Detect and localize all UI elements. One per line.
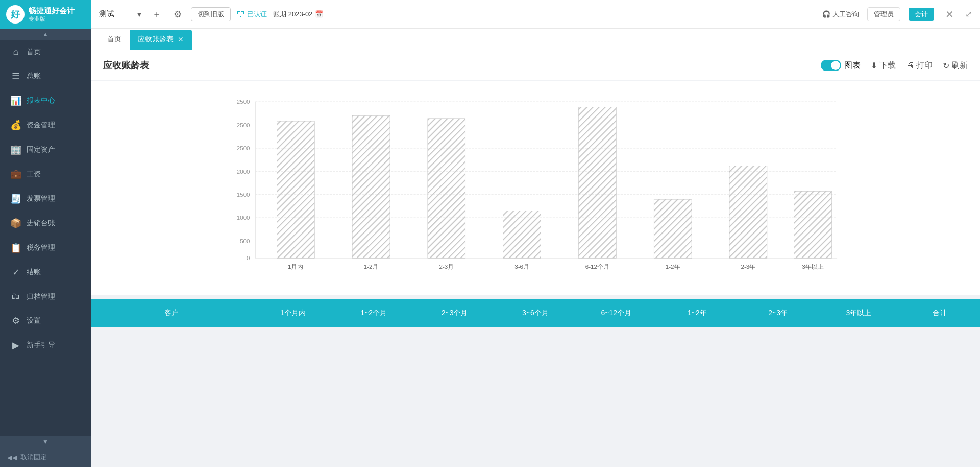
- headset-icon: 🎧: [822, 10, 830, 18]
- sidebar-item-reports[interactable]: 📊 报表中心: [0, 88, 91, 113]
- tab-aging-label: 应收账龄表: [138, 35, 174, 44]
- svg-text:1月内: 1月内: [288, 263, 303, 270]
- th-3year-plus: 3年以上: [818, 299, 899, 327]
- refresh-icon: ↻: [943, 61, 949, 71]
- sidebar-scroll-up[interactable]: ▲: [0, 29, 91, 40]
- bar-1-2-yue: [352, 116, 390, 259]
- sidebar-item-archive[interactable]: 🗂 归档管理: [0, 285, 91, 309]
- svg-text:2500: 2500: [237, 98, 250, 105]
- sidebar-scroll-down[interactable]: ▼: [0, 436, 91, 448]
- sidebar-item-ledger[interactable]: ☰ 总账: [0, 64, 91, 88]
- sidebar-item-label-reports: 报表中心: [27, 96, 55, 105]
- th-2-3month: 2~3个月: [414, 299, 495, 327]
- chart-toggle-container: 图表: [821, 60, 861, 71]
- sidebar-item-tax[interactable]: 📋 税务管理: [0, 236, 91, 260]
- svg-text:1000: 1000: [237, 214, 250, 221]
- tabs-bar: 首页 应收账龄表 ✕: [91, 29, 980, 51]
- svg-text:0: 0: [247, 254, 250, 261]
- svg-text:2-3月: 2-3月: [439, 263, 454, 270]
- toggle-label: 图表: [844, 60, 861, 71]
- th-customer: 客户: [91, 299, 253, 327]
- svg-text:1-2月: 1-2月: [364, 263, 379, 270]
- chart-toggle[interactable]: [821, 60, 841, 71]
- bar-3-6-yue: [503, 211, 541, 258]
- sidebar-item-label-tax: 税务管理: [27, 243, 55, 252]
- sidebar-item-funds[interactable]: 💰 资金管理: [0, 113, 91, 137]
- th-1-2year: 1~2年: [657, 299, 738, 327]
- period-value: 2023-02: [288, 10, 313, 18]
- manager-button[interactable]: 管理员: [867, 7, 900, 21]
- page-actions: 图表 ⬇ 下载 🖨 打印 ↻ 刷新: [821, 60, 968, 71]
- sidebar-item-settings[interactable]: ⚙ 设置: [0, 309, 91, 333]
- sidebar-item-label-settings: 设置: [27, 316, 41, 325]
- svg-text:2500: 2500: [237, 145, 250, 151]
- settings-button[interactable]: ⚙: [170, 8, 185, 21]
- guide-icon: ▶: [10, 340, 21, 351]
- bar-2-3-yue: [428, 119, 465, 258]
- unpin-label: 取消固定: [20, 453, 47, 462]
- sidebar-item-closing[interactable]: ✓ 结账: [0, 260, 91, 285]
- page-title: 应收账龄表: [103, 59, 149, 72]
- tab-home[interactable]: 首页: [99, 30, 130, 50]
- assets-icon: 🏢: [10, 144, 21, 155]
- th-2-3year: 2~3年: [738, 299, 818, 327]
- svg-text:1-2年: 1-2年: [666, 263, 680, 270]
- certified-label: 已认证: [247, 10, 267, 19]
- consult-button[interactable]: 🎧 人工咨询: [822, 10, 859, 19]
- svg-text:6-12个月: 6-12个月: [585, 263, 609, 270]
- add-workspace-button[interactable]: ＋: [149, 7, 164, 21]
- inventory-icon: 📦: [10, 218, 21, 229]
- download-button[interactable]: ⬇ 下载: [871, 60, 896, 71]
- sidebar-item-home[interactable]: ⌂ 首页: [0, 40, 91, 64]
- bar-6-12-yue: [578, 107, 616, 259]
- svg-text:1500: 1500: [237, 191, 250, 198]
- sidebar: 好 畅捷通好会计 专业版 ▲ ⌂ 首页 ☰ 总账 📊 报表中心 💰 资金管理 🏢…: [0, 0, 91, 467]
- refresh-button[interactable]: ↻ 刷新: [943, 60, 968, 71]
- print-label: 打印: [916, 60, 933, 71]
- close-button[interactable]: ✕: [942, 8, 957, 20]
- th-1month: 1个月内: [253, 299, 333, 327]
- logo-icon: 好: [6, 5, 24, 24]
- tab-aging[interactable]: 应收账龄表 ✕: [130, 30, 192, 50]
- account-button[interactable]: 会计: [909, 8, 934, 21]
- print-button[interactable]: 🖨 打印: [906, 60, 933, 71]
- download-icon: ⬇: [871, 61, 877, 71]
- topbar-right: 🎧 人工咨询 管理员 会计 ✕ ⤢: [822, 7, 972, 21]
- main-area: 测试 ▼ ＋ ⚙ 切到旧版 🛡 已认证 账期 2023-02 📅 🎧 人工咨询 …: [91, 0, 980, 467]
- settings-icon: ⚙: [10, 315, 21, 326]
- sidebar-item-inventory[interactable]: 📦 进销台账: [0, 211, 91, 236]
- old-version-button[interactable]: 切到旧版: [191, 7, 231, 21]
- unpin-button[interactable]: ◀◀ 取消固定: [0, 448, 91, 467]
- sidebar-item-label-guide: 新手引导: [27, 341, 55, 350]
- sidebar-item-label-salary: 工资: [27, 170, 41, 179]
- sidebar-item-label-assets: 固定资产: [27, 145, 55, 154]
- ledger-icon: ☰: [10, 71, 21, 82]
- expand-button[interactable]: ⤢: [965, 9, 972, 19]
- th-1-2month: 1~2个月: [333, 299, 414, 327]
- workspace-dropdown[interactable]: ▼: [136, 10, 143, 18]
- archive-icon: 🗂: [10, 291, 21, 302]
- chart-container: 2500 2500 2500 2000 1500 1000 500 0 1月内: [91, 81, 980, 295]
- topbar: 测试 ▼ ＋ ⚙ 切到旧版 🛡 已认证 账期 2023-02 📅 🎧 人工咨询 …: [91, 0, 980, 29]
- salary-icon: 💼: [10, 169, 21, 180]
- bar-1-2-nian: [654, 199, 692, 258]
- page-header: 应收账龄表 图表 ⬇ 下载 🖨 打印 ↻ 刷新: [91, 51, 980, 80]
- certified-badge: 🛡 已认证: [237, 10, 267, 19]
- tax-icon: 📋: [10, 242, 21, 253]
- svg-text:500: 500: [240, 238, 250, 244]
- period-display: 账期 2023-02 📅: [273, 10, 323, 19]
- sidebar-item-assets[interactable]: 🏢 固定资产: [0, 137, 91, 162]
- sidebar-item-invoice[interactable]: 🧾 发票管理: [0, 186, 91, 211]
- calendar-icon[interactable]: 📅: [315, 10, 323, 18]
- bar-2-3-nian: [729, 166, 767, 259]
- bar-1-yue: [277, 121, 314, 258]
- reports-icon: 📊: [10, 95, 21, 106]
- page-content: 应收账龄表 图表 ⬇ 下载 🖨 打印 ↻ 刷新: [91, 51, 980, 467]
- unpin-icon: ◀◀: [7, 454, 17, 461]
- table-header: 客户 1个月内 1~2个月 2~3个月 3~6个月 6~12个月 1~2年 2~…: [91, 299, 980, 327]
- tab-close-icon[interactable]: ✕: [178, 35, 184, 43]
- sidebar-item-salary[interactable]: 💼 工资: [0, 162, 91, 186]
- sidebar-item-guide[interactable]: ▶ 新手引导: [0, 333, 91, 358]
- sidebar-item-label-archive: 归档管理: [27, 292, 55, 301]
- sidebar-nav: ⌂ 首页 ☰ 总账 📊 报表中心 💰 资金管理 🏢 固定资产 💼 工资 🧾 发票…: [0, 40, 91, 436]
